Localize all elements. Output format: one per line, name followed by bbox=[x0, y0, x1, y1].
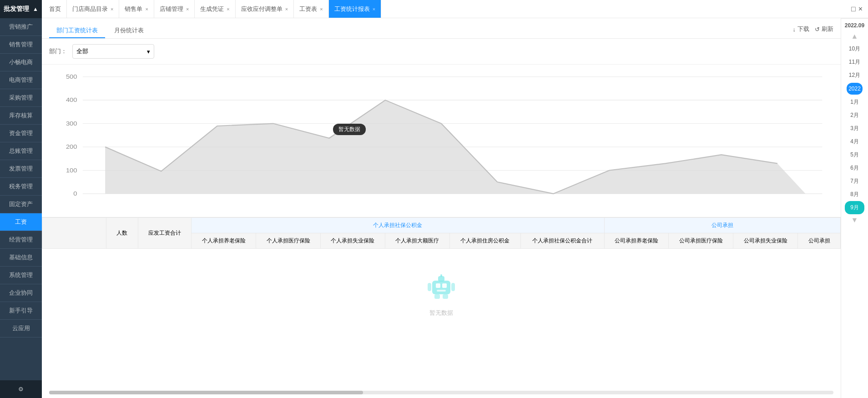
sidebar-title: 批发管理 bbox=[4, 5, 29, 13]
timeline-year-2022[interactable]: 2022 bbox=[847, 83, 863, 95]
timeline-month-8月[interactable]: 8月 bbox=[845, 188, 864, 201]
th-company-group: 公司承担 bbox=[604, 218, 840, 233]
department-filter-label: 部门： bbox=[49, 47, 67, 55]
sub-tabs-right: ↓ 下载 ↺ 刷新 bbox=[793, 25, 834, 37]
th-personal-total: 个人承担社保公积金合计 bbox=[520, 233, 604, 249]
th-personal-group: 个人承担社保公积金 bbox=[192, 218, 604, 233]
tab-首页[interactable]: 首页 bbox=[44, 0, 67, 18]
refresh-label: 刷新 bbox=[822, 25, 833, 33]
sidebar-item-总账管理[interactable]: 总账管理 bbox=[0, 142, 42, 160]
download-label: 下载 bbox=[797, 25, 809, 33]
svg-text:200: 200 bbox=[66, 143, 77, 150]
sidebar-item-新手引导[interactable]: 新手引导 bbox=[0, 302, 42, 320]
th-company-medical: 公司承担医疗保险 bbox=[669, 233, 733, 249]
timeline-month-1月[interactable]: 1月 bbox=[845, 96, 864, 109]
empty-robot-icon bbox=[423, 267, 459, 303]
tab-工资表[interactable]: 工资表× bbox=[294, 0, 328, 18]
th-company-other: 公司承担 bbox=[798, 233, 841, 249]
svg-rect-14 bbox=[436, 283, 440, 288]
svg-rect-16 bbox=[437, 290, 446, 292]
timeline-month-2月[interactable]: 2月 bbox=[845, 109, 864, 122]
sidebar-item-基础信息[interactable]: 基础信息 bbox=[0, 249, 42, 267]
timeline-down-arrow[interactable]: ▼ bbox=[849, 214, 860, 226]
timeline-month-11月[interactable]: 11月 bbox=[845, 55, 864, 69]
sidebar-item-营销推广[interactable]: 营销推广 bbox=[0, 18, 42, 36]
timeline-month-6月[interactable]: 6月 bbox=[845, 161, 864, 175]
sidebar-item-固定资产[interactable]: 固定资产 bbox=[0, 196, 42, 213]
sidebar: 批发管理 ▲ 营销推广销售管理小畅电商电商管理采购管理库存核算资金管理总账管理发… bbox=[0, 0, 42, 398]
tab-销售单[interactable]: 销售单× bbox=[119, 0, 154, 18]
th-personal-bigmedical: 个人承担大额医疗 bbox=[385, 233, 449, 249]
svg-rect-13 bbox=[432, 281, 450, 294]
th-headcount: 人数 bbox=[106, 218, 138, 249]
tab-close-icon[interactable]: × bbox=[285, 6, 288, 12]
tab-close-icon[interactable]: × bbox=[320, 6, 323, 12]
svg-text:300: 300 bbox=[66, 120, 77, 127]
tab-restore-icon[interactable]: □ bbox=[851, 5, 856, 13]
svg-text:400: 400 bbox=[66, 96, 77, 103]
tab-close-icon[interactable]: × bbox=[145, 6, 148, 12]
th-total-wage: 应发工资合计 bbox=[138, 218, 192, 249]
timeline-date: 2022.09 bbox=[841, 18, 868, 30]
sidebar-item-发票管理[interactable]: 发票管理 bbox=[0, 160, 42, 178]
tab-应收应付调整单[interactable]: 应收应付调整单× bbox=[236, 0, 294, 18]
horizontal-scrollbar[interactable] bbox=[49, 391, 833, 394]
timeline-up-arrow[interactable]: ▲ bbox=[849, 30, 860, 42]
sub-tab-monthly[interactable]: 月份统计表 bbox=[107, 24, 151, 38]
tab-close-all-icon[interactable]: × bbox=[858, 5, 863, 13]
svg-rect-15 bbox=[442, 283, 447, 288]
timeline-month-9月[interactable]: 9月 bbox=[845, 201, 864, 214]
sidebar-item-系统管理[interactable]: 系统管理 bbox=[0, 267, 42, 284]
download-btn[interactable]: ↓ 下载 bbox=[793, 25, 810, 33]
department-select[interactable]: 全部 ▾ bbox=[72, 44, 154, 59]
sidebar-item-经营管理[interactable]: 经营管理 bbox=[0, 231, 42, 249]
tab-生成凭证[interactable]: 生成凭证× bbox=[195, 0, 235, 18]
timeline-month-12月[interactable]: 12月 bbox=[845, 69, 864, 82]
timeline-month-3月[interactable]: 3月 bbox=[845, 122, 864, 135]
sidebar-settings[interactable]: ⚙ bbox=[0, 380, 42, 398]
sidebar-item-云应用[interactable]: 云应用 bbox=[0, 320, 42, 338]
refresh-btn[interactable]: ↺ 刷新 bbox=[815, 25, 833, 33]
th-company-pension: 公司承担养老保险 bbox=[604, 233, 669, 249]
empty-text: 暂无数据 bbox=[429, 309, 453, 317]
tab-close-icon[interactable]: × bbox=[186, 6, 189, 12]
scrollbar-thumb[interactable] bbox=[49, 391, 363, 394]
sidebar-item-企业协同[interactable]: 企业协同 bbox=[0, 284, 42, 302]
th-department bbox=[42, 218, 106, 249]
svg-rect-20 bbox=[451, 283, 455, 291]
main-panel: 部门工资统计表 月份统计表 ↓ 下载 ↺ 刷新 部门： bbox=[42, 18, 841, 398]
timeline-month-4月[interactable]: 4月 bbox=[845, 135, 864, 148]
tab-close-icon[interactable]: × bbox=[111, 6, 113, 12]
svg-rect-21 bbox=[434, 294, 440, 299]
sidebar-item-资金管理[interactable]: 资金管理 bbox=[0, 125, 42, 142]
content-area: 部门工资统计表 月份统计表 ↓ 下载 ↺ 刷新 部门： bbox=[42, 18, 868, 398]
sidebar-item-库存核算[interactable]: 库存核算 bbox=[0, 107, 42, 125]
tab-门店商品目录[interactable]: 门店商品目录× bbox=[67, 0, 119, 18]
download-icon: ↓ bbox=[793, 26, 796, 33]
sidebar-item-工资[interactable]: 工资 bbox=[0, 213, 42, 231]
tab-bar: 首页门店商品目录×销售单×店铺管理×生成凭证×应收应付调整单×工资表×工资统计报… bbox=[42, 0, 868, 18]
tab-工资统计报表[interactable]: 工资统计报表× bbox=[329, 0, 381, 18]
svg-text:500: 500 bbox=[66, 73, 77, 80]
sidebar-toggle-icon[interactable]: ▲ bbox=[33, 6, 38, 12]
timeline-month-10月[interactable]: 10月 bbox=[845, 42, 864, 55]
refresh-icon: ↺ bbox=[815, 26, 820, 33]
tab-店铺管理[interactable]: 店铺管理× bbox=[154, 0, 195, 18]
sidebar-item-电商管理[interactable]: 电商管理 bbox=[0, 71, 42, 89]
timeline-month-5月[interactable]: 5月 bbox=[845, 148, 864, 161]
th-personal-housing: 个人承担住房公积金 bbox=[449, 233, 520, 249]
sidebar-item-采购管理[interactable]: 采购管理 bbox=[0, 89, 42, 107]
sidebar-item-小畅电商[interactable]: 小畅电商 bbox=[0, 54, 42, 71]
svg-rect-19 bbox=[428, 283, 431, 291]
timeline-month-7月[interactable]: 7月 bbox=[845, 175, 864, 188]
timeline-months: 10月11月12月20221月2月3月4月5月6月7月8月9月 bbox=[845, 42, 864, 214]
sidebar-item-税务管理[interactable]: 税务管理 bbox=[0, 178, 42, 196]
table-container[interactable]: 人数 应发工资合计 个人承担社保公积金 公司承担 个人承担养老保险 个人承担医疗… bbox=[42, 217, 841, 391]
tab-close-icon[interactable]: × bbox=[227, 6, 229, 12]
th-personal-pension: 个人承担养老保险 bbox=[192, 233, 256, 249]
sub-tab-department[interactable]: 部门工资统计表 bbox=[49, 24, 105, 38]
svg-text:0: 0 bbox=[73, 190, 77, 197]
tab-close-icon[interactable]: × bbox=[373, 6, 375, 12]
sidebar-items: 营销推广销售管理小畅电商电商管理采购管理库存核算资金管理总账管理发票管理税务管理… bbox=[0, 18, 42, 338]
sidebar-item-销售管理[interactable]: 销售管理 bbox=[0, 36, 42, 54]
